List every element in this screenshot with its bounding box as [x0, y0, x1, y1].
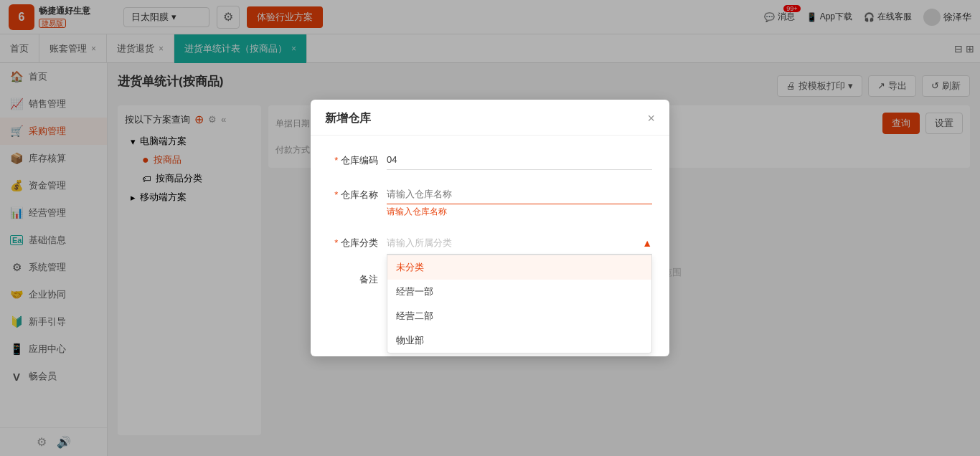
warehouse-category-select[interactable]: 请输入所属分类 ▲: [387, 232, 652, 255]
warehouse-name-input[interactable]: [387, 184, 652, 204]
warehouse-name-label: 仓库名称: [328, 184, 378, 201]
dropdown-item-property[interactable]: 物业部: [387, 328, 651, 353]
warehouse-name-row: 仓库名称 请输入仓库名称: [328, 184, 652, 218]
warehouse-code-row: 仓库编码: [328, 150, 652, 170]
category-arrow-icon: ▲: [642, 237, 652, 249]
warehouse-name-field: 请输入仓库名称: [387, 184, 652, 218]
dropdown-item-dept2[interactable]: 经营二部: [387, 304, 651, 328]
modal-body: 仓库编码 仓库名称 请输入仓库名称 仓库分类 请输入所属分类: [311, 136, 669, 318]
modal-header: 新增仓库 ×: [311, 100, 669, 136]
warehouse-name-error: 请输入仓库名称: [387, 206, 652, 218]
dropdown-item-uncategorized[interactable]: 未分类: [387, 255, 651, 280]
remark-label: 备注: [328, 269, 378, 286]
modal-overlay: 新增仓库 × 仓库编码 仓库名称 请输入仓库名称 仓库分类: [0, 0, 980, 456]
category-placeholder: 请输入所属分类: [387, 237, 452, 250]
warehouse-category-field: 请输入所属分类 ▲ 未分类 经营一部 经营二部 物业部: [387, 232, 652, 255]
category-dropdown-list: 未分类 经营一部 经营二部 物业部: [387, 255, 652, 353]
warehouse-code-input[interactable]: [387, 150, 652, 170]
add-warehouse-modal: 新增仓库 × 仓库编码 仓库名称 请输入仓库名称 仓库分类: [311, 100, 669, 356]
dropdown-item-dept1[interactable]: 经营一部: [387, 280, 651, 304]
warehouse-category-label: 仓库分类: [328, 232, 378, 250]
modal-close-button[interactable]: ×: [647, 111, 655, 126]
warehouse-code-label: 仓库编码: [328, 150, 378, 167]
warehouse-category-row: 仓库分类 请输入所属分类 ▲ 未分类 经营一部 经营二部 物业部: [328, 232, 652, 255]
modal-title: 新增仓库: [325, 111, 371, 126]
warehouse-code-field: [387, 150, 652, 170]
